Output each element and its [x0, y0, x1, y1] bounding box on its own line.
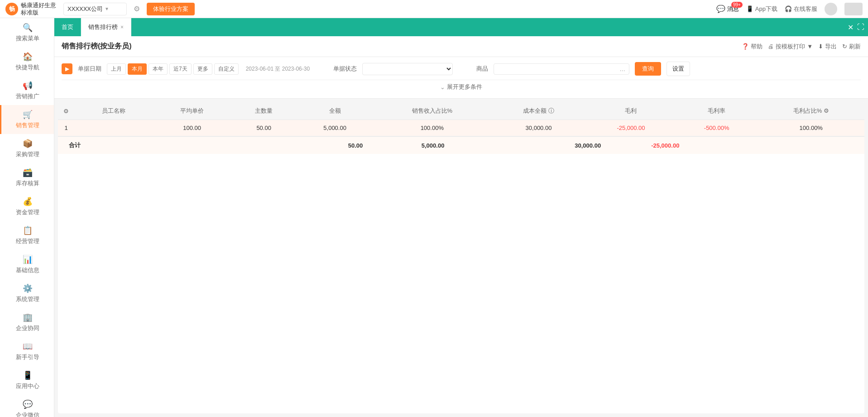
goods-input-wrap: … — [494, 63, 629, 75]
sidebar-item-basic-info[interactable]: 📊 基础信息 — [0, 250, 54, 279]
sidebar: 🔍 搜索菜单 🏠 快捷导航 📢 营销推广 🛒 销售管理 📦 采购管理 🗃️ 库存… — [0, 18, 54, 417]
avatar[interactable] — [825, 3, 837, 15]
top-bar: 畅 畅康通好生意 标准版 XXXXXX公司 ▼ ⚙ 体验行业方案 💬 消息 99… — [0, 0, 868, 18]
export-icon: ⬇ — [818, 43, 823, 50]
app-download-icon: 📱 — [746, 5, 753, 12]
quick-nav-icon: 🏠 — [23, 52, 33, 62]
col-gross-pct: 毛利占比% ⚙ — [758, 102, 864, 120]
sidebar-item-quick-nav[interactable]: 🏠 快捷导航 — [0, 47, 54, 76]
sidebar-item-wechat[interactable]: 💬 企业微信 — [0, 395, 54, 417]
basic-info-icon: 📊 — [23, 254, 33, 264]
logo-icon: 畅 — [5, 3, 18, 15]
footer-cost-amount: 30,000.00 — [549, 142, 627, 149]
date-btn-more[interactable]: 更多 — [193, 63, 212, 75]
sidebar-item-search[interactable]: 🔍 搜索菜单 — [0, 18, 54, 47]
sidebar-item-sales[interactable]: 🛒 销售管理 — [0, 105, 54, 134]
sales-icon: 🛒 — [23, 110, 33, 120]
cell-gross-profit: -25,000.00 — [586, 120, 676, 136]
settings-config-button[interactable]: 设置 — [667, 62, 690, 76]
sidebar-item-guide[interactable]: 📖 新手引导 — [0, 337, 54, 366]
sidebar-label-enterprise: 企业协同 — [16, 324, 39, 332]
date-btn-7days[interactable]: 近7天 — [169, 63, 192, 75]
tab-close-window-icon[interactable]: ✕ — [848, 23, 854, 32]
column-settings-icon[interactable]: ⚙ — [63, 108, 69, 115]
wechat-icon: 💬 — [23, 399, 33, 409]
goods-input[interactable] — [498, 66, 618, 72]
status-select[interactable] — [362, 63, 453, 75]
sidebar-item-enterprise[interactable]: 🏢 企业协同 — [0, 308, 54, 337]
date-btn-this-month[interactable]: 本月 — [128, 63, 147, 75]
sidebar-item-marketing[interactable]: 📢 营销推广 — [0, 76, 54, 105]
tab-expand-icon[interactable]: ⛶ — [857, 23, 864, 31]
message-area[interactable]: 💬 消息 99+ — [716, 5, 739, 13]
page-header: 销售排行榜(按业务员) ❓ 帮助 🖨 按模板打印 ▼ ⬇ 导出 — [54, 36, 868, 57]
col-settings[interactable]: ⚙ — [58, 102, 74, 120]
cost-help-icon[interactable]: ⓘ — [548, 107, 554, 114]
gross-pct-help-icon[interactable]: ⚙ — [824, 107, 829, 114]
page-title: 销售排行榜(按业务员) — [62, 42, 132, 51]
settings-gear-icon[interactable]: ⚙ — [130, 3, 143, 15]
company-selector[interactable]: XXXXXX公司 ▼ — [63, 3, 127, 15]
tab-close-icon[interactable]: × — [120, 24, 124, 30]
system-icon: ⚙️ — [23, 283, 33, 293]
content-area: 首页 销售排行榜 × ✕ ⛶ 销售排行榜(按业务员) ❓ 帮助 — [54, 18, 868, 417]
col-gross-profit: 毛利 — [586, 102, 676, 120]
message-icon: 💬 — [716, 5, 725, 13]
sidebar-item-inventory[interactable]: 🗃️ 库存核算 — [0, 163, 54, 192]
col-avg-price: 平均单价 — [153, 102, 231, 120]
col-employee: 员工名称 — [74, 102, 153, 120]
date-btn-last-month[interactable]: 上月 — [107, 63, 126, 75]
inventory-icon: 🗃️ — [23, 168, 33, 177]
sidebar-label-finance: 资金管理 — [16, 208, 39, 216]
main-layout: 🔍 搜索菜单 🏠 快捷导航 📢 营销推广 🛒 销售管理 📦 采购管理 🗃️ 库存… — [0, 18, 868, 417]
filter-expand-arrow[interactable]: ▶ — [62, 63, 72, 74]
tab-bar: 首页 销售排行榜 × ✕ ⛶ — [54, 18, 868, 36]
col-cost-amount: 成本全额 ⓘ — [491, 102, 586, 120]
col-amount: 全额 — [297, 102, 374, 120]
date-btn-custom[interactable]: 自定义 — [214, 63, 239, 75]
cell-gross-margin: -500.00% — [676, 120, 758, 136]
goods-more-icon[interactable]: … — [619, 66, 625, 72]
sidebar-label-purchase: 采购管理 — [16, 150, 39, 158]
help-button[interactable]: ❓ 帮助 — [742, 43, 762, 51]
sidebar-label-guide: 新手引导 — [16, 353, 39, 361]
headset-icon: 🎧 — [785, 5, 792, 12]
trial-button[interactable]: 体验行业方案 — [147, 3, 195, 15]
table-row: 1100.0050.005,000.00100.00%30,000.00-25,… — [58, 120, 864, 136]
sidebar-label-operation: 经营管理 — [16, 237, 39, 245]
tab-sales-ranking[interactable]: 销售排行榜 × — [81, 18, 131, 36]
user-name-placeholder — [844, 3, 863, 15]
export-button[interactable]: ⬇ 导出 — [818, 43, 837, 51]
sidebar-item-app-center[interactable]: 📱 应用中心 — [0, 366, 54, 395]
print-dropdown-icon: ▼ — [807, 43, 813, 50]
sidebar-label-app-center: 应用中心 — [16, 382, 39, 390]
tab-bar-right: ✕ ⛶ — [844, 18, 868, 36]
sidebar-item-system[interactable]: ⚙️ 系统管理 — [0, 279, 54, 308]
col-gross-margin: 毛利率 — [676, 102, 758, 120]
sidebar-item-finance[interactable]: 💰 资金管理 — [0, 192, 54, 221]
footer-gross-profit: -25,000.00 — [627, 142, 704, 149]
page-actions: ❓ 帮助 🖨 按模板打印 ▼ ⬇ 导出 ↻ 刷新 — [742, 43, 861, 51]
cell-gross-pct: 100.00% — [758, 120, 864, 136]
logo-area: 畅 畅康通好生意 标准版 — [5, 2, 60, 16]
col-sales-pct: 销售收入占比% — [374, 102, 491, 120]
cell-amount: 5,000.00 — [297, 120, 374, 136]
template-print-button[interactable]: 🖨 按模板打印 ▼ — [768, 43, 813, 51]
date-btn-this-year[interactable]: 本年 — [149, 63, 168, 75]
filter-row-main: ▶ 单据日期 上月 本月 本年 近7天 更多 自定义 2023-06-01 至 … — [62, 62, 861, 76]
refresh-button[interactable]: ↻ 刷新 — [842, 43, 861, 51]
online-service-link[interactable]: 🎧 在线客服 — [785, 5, 817, 13]
query-button[interactable]: 查询 — [635, 62, 661, 76]
expand-more-filters[interactable]: ⌄ 展开更多条件 — [62, 80, 861, 94]
table-footer: 合计 50.00 5,000.00 30,000.00 -25,000.00 — [58, 136, 864, 154]
footer-amount: 5,000.00 — [394, 142, 472, 149]
sidebar-item-purchase[interactable]: 📦 采购管理 — [0, 134, 54, 163]
goods-label: 商品 — [476, 65, 488, 73]
tab-home[interactable]: 首页 — [54, 18, 81, 36]
page-content: 销售排行榜(按业务员) ❓ 帮助 🖨 按模板打印 ▼ ⬇ 导出 — [54, 36, 868, 417]
sidebar-item-operation[interactable]: 📋 经营管理 — [0, 221, 54, 250]
app-download-link[interactable]: 📱 App下载 — [746, 5, 777, 13]
table-wrap: ⚙ 员工名称 平均单价 主数量 全额 销售收入占比% 成本全额 ⓘ 毛利 — [58, 102, 864, 413]
cell-avg-price: 100.00 — [153, 120, 231, 136]
marketing-icon: 📢 — [23, 81, 33, 91]
